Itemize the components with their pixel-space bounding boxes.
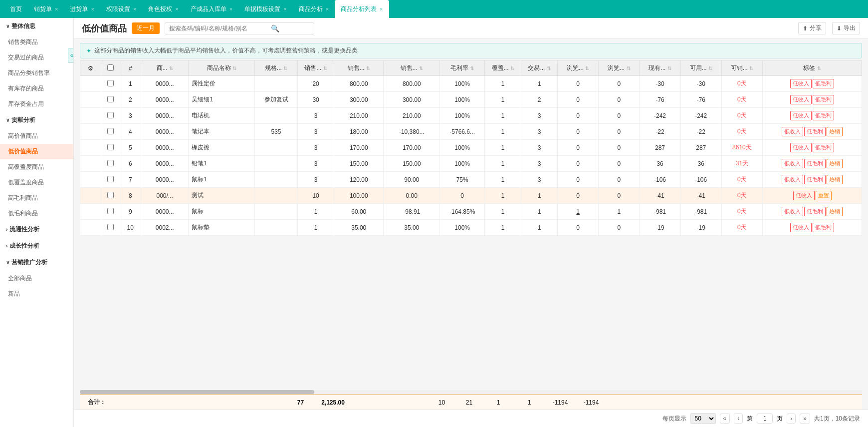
col-gear[interactable]: ⚙ [80, 61, 101, 76]
row-check[interactable] [101, 92, 120, 108]
row-checkbox[interactable] [107, 224, 114, 230]
row-gear [80, 140, 101, 156]
close-icon[interactable]: × [326, 6, 329, 12]
nav-home[interactable]: 首页 [4, 0, 28, 18]
col-cover[interactable]: 覆盖... ⇅ [485, 61, 521, 76]
col-code[interactable]: 商... ⇅ [141, 61, 188, 76]
row-spec [254, 156, 297, 172]
row-check[interactable] [101, 124, 120, 140]
close-icon[interactable]: × [133, 6, 136, 12]
col-tags[interactable]: 标签 ⇅ [763, 61, 862, 76]
sidebar-item-new-goods[interactable]: 新品 [0, 286, 73, 302]
row-browse1[interactable]: 0 [558, 188, 599, 204]
col-sale-price[interactable]: 销售... ⇅ [334, 61, 384, 76]
row-browse1[interactable]: 0 [558, 140, 599, 156]
row-check[interactable] [101, 172, 120, 188]
row-browse1[interactable]: 0 [558, 92, 599, 108]
nav-goods-list[interactable]: 商品分析列表× [335, 0, 389, 18]
page-number-input[interactable] [757, 414, 773, 424]
sidebar-item-high-coverage[interactable]: 高覆盖度商品 [0, 159, 73, 175]
row-browse1[interactable]: 0 [558, 172, 599, 188]
row-browse1[interactable]: 0 [558, 124, 599, 140]
col-sale-qty[interactable]: 销售... ⇅ [298, 61, 334, 76]
row-checkbox[interactable] [107, 192, 114, 198]
sidebar-item-traded-goods[interactable]: 交易过的商品 [0, 50, 73, 65]
sidebar-item-stock-goods[interactable]: 有库存的商品 [0, 81, 73, 96]
col-sale-amount[interactable]: 销售... ⇅ [384, 61, 440, 76]
next-page-button[interactable]: › [787, 414, 796, 424]
row-browse1[interactable]: 0 [558, 76, 599, 92]
row-checkbox[interactable] [107, 176, 114, 182]
row-checkbox[interactable] [107, 208, 114, 214]
sidebar-item-sales-goods[interactable]: 销售类商品 [0, 34, 73, 50]
col-name[interactable]: 商品名称 ⇅ [189, 61, 255, 76]
close-icon[interactable]: × [55, 6, 58, 12]
row-browse1[interactable]: 0 [558, 108, 599, 124]
sidebar-item-low-margin[interactable]: 低毛利商品 [0, 206, 73, 221]
export-button[interactable]: ⬇ 导出 [832, 22, 860, 34]
close-icon[interactable]: × [380, 6, 383, 12]
page-size-select[interactable]: 50 100 200 [690, 413, 716, 424]
sidebar-item-low-coverage[interactable]: 低覆盖度商品 [0, 175, 73, 190]
nav-perm[interactable]: 权限设置× [100, 0, 142, 18]
row-checkbox[interactable] [107, 80, 114, 86]
sidebar-item-high-value[interactable]: 高价值商品 [0, 128, 73, 144]
sidebar-collapse-button[interactable]: « [68, 48, 74, 63]
sidebar-item-all-goods[interactable]: 全部商品 [0, 271, 73, 286]
sidebar-item-stock-fund[interactable]: 库存资金占用 [0, 96, 73, 112]
col-curr-stock[interactable]: 现有... ⇅ [640, 61, 680, 76]
first-page-button[interactable]: « [720, 414, 730, 424]
sidebar-group-marketing[interactable]: ∨ 营销推广分析 [0, 254, 73, 271]
nav-role[interactable]: 角色授权× [142, 0, 184, 18]
close-icon[interactable]: × [91, 6, 94, 12]
col-spec[interactable]: 规格... ⇅ [254, 61, 297, 76]
sidebar-group-growth[interactable]: › 成长性分析 [0, 238, 73, 254]
nav-purchase[interactable]: 进货单× [64, 0, 100, 18]
col-browse1[interactable]: 浏览... ⇅ [558, 61, 599, 76]
search-input[interactable] [169, 25, 269, 32]
table-scroll-bar[interactable] [80, 390, 862, 394]
row-check[interactable] [101, 140, 120, 156]
close-icon[interactable]: × [175, 6, 178, 12]
nav-sales[interactable]: 销货单× [28, 0, 64, 18]
sidebar-group-overall[interactable]: ∨ 整体信息 [0, 18, 73, 34]
row-browse1[interactable]: 0 [558, 220, 599, 236]
sidebar-group-circulation[interactable]: › 流通性分析 [0, 221, 73, 238]
row-browse1[interactable]: 1 [558, 204, 599, 220]
last-page-button[interactable]: » [800, 414, 810, 424]
col-margin[interactable]: 毛利率 ⇅ [440, 61, 485, 76]
row-check[interactable] [101, 156, 120, 172]
sidebar-item-low-value[interactable]: 低价值商品 [0, 144, 73, 159]
search-icon[interactable]: 🔍 [271, 24, 279, 32]
sidebar-item-category-sales[interactable]: 商品分类销售率 [0, 65, 73, 81]
row-checkbox[interactable] [107, 160, 114, 166]
col-browse2[interactable]: 浏览... ⇅ [599, 61, 640, 76]
row-check[interactable] [101, 76, 120, 92]
row-check[interactable] [101, 188, 120, 204]
prev-page-button[interactable]: ‹ [734, 414, 743, 424]
nav-goods-analysis[interactable]: 商品分析× [293, 0, 335, 18]
row-check[interactable] [101, 204, 120, 220]
sidebar-group-contribution[interactable]: ∨ 贡献分析 [0, 112, 73, 128]
row-checkbox[interactable] [107, 144, 114, 150]
col-avail-stock[interactable]: 可用... ⇅ [680, 61, 721, 76]
filter-recent-month-button[interactable]: 近一月 [132, 22, 160, 34]
row-checkbox[interactable] [107, 96, 114, 102]
share-button[interactable]: ⬆ 分享 [798, 22, 826, 34]
sidebar-item-high-margin[interactable]: 高毛利商品 [0, 190, 73, 206]
row-checkbox[interactable] [107, 112, 114, 118]
select-all-checkbox[interactable] [107, 64, 114, 71]
row-browse1[interactable]: 0 [558, 156, 599, 172]
row-check[interactable] [101, 108, 120, 124]
col-sellable[interactable]: 可销... ⇅ [721, 61, 762, 76]
table-container[interactable]: ⚙ # 商... ⇅ 商品名称 ⇅ 规格... ⇅ 销售... ⇅ 销售... … [80, 60, 862, 390]
close-icon[interactable]: × [283, 6, 286, 12]
row-checkbox[interactable] [107, 128, 114, 134]
nav-inventory[interactable]: 产成品入库单× [185, 0, 238, 18]
close-icon[interactable]: × [229, 6, 232, 12]
nav-template[interactable]: 单据模板设置× [238, 0, 292, 18]
col-trade[interactable]: 交易... ⇅ [521, 61, 558, 76]
row-check[interactable] [101, 220, 120, 236]
row-sale-price: 35.00 [334, 220, 384, 236]
col-check[interactable] [101, 61, 120, 76]
